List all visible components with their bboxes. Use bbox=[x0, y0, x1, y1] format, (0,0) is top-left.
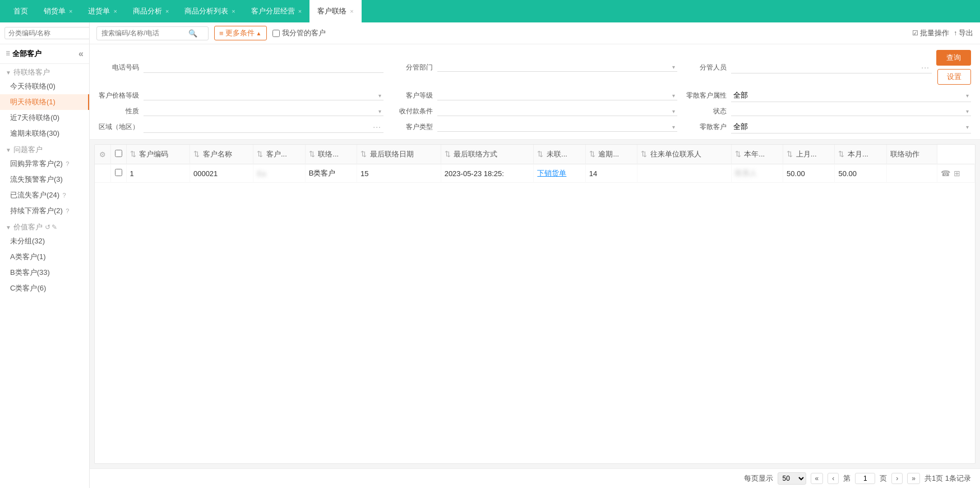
row-overdue bbox=[637, 164, 732, 183]
sort-icon[interactable]: ⇅ bbox=[787, 150, 793, 158]
close-icon[interactable]: × bbox=[298, 8, 302, 15]
search-input[interactable] bbox=[101, 29, 188, 37]
my-customers-checkbox[interactable]: 我分管的客户 bbox=[272, 28, 326, 38]
sidebar-item-tomorrow-pending[interactable]: 明天待联络(1) bbox=[0, 94, 89, 110]
sidebar-item-churn-warning[interactable]: 流失预警客户(3) bbox=[0, 172, 89, 187]
row-select-checkbox[interactable] bbox=[115, 169, 122, 176]
filter-retail-label: 零散客户 bbox=[686, 122, 727, 132]
row-checkbox[interactable] bbox=[110, 164, 126, 183]
nav-product-analysis[interactable]: 商品分析 × bbox=[125, 0, 177, 22]
table-row: 1 000021 Ea B类客户 15 2023-05-23 18:25: 下销… bbox=[95, 164, 975, 183]
sidebar-item-overdue-pending[interactable]: 逾期未联络(30) bbox=[0, 126, 89, 141]
sidebar-item-declining[interactable]: 持续下滑客户(2) ? bbox=[0, 203, 89, 219]
filter-region-label: 区域（地区） bbox=[99, 122, 139, 132]
filter-customer-type-label: 客户类型 bbox=[392, 122, 433, 132]
filter-region-row: 区域（地区） ··· bbox=[99, 121, 383, 133]
last-page-btn[interactable]: » bbox=[907, 473, 920, 484]
sidebar-item-class-b[interactable]: B类客户(33) bbox=[0, 265, 89, 280]
qr-icon[interactable]: ⊞ bbox=[954, 169, 960, 178]
filter-retail-attr-label: 零散客户属性 bbox=[686, 91, 727, 100]
chevron-down-icon: ▾ bbox=[378, 108, 381, 114]
top-nav: 首页 销货单 × 进货单 × 商品分析 × 商品分析列表 × 客户分层经营 × … bbox=[0, 0, 980, 22]
sidebar-section-problem[interactable]: ▼ 问题客户 bbox=[0, 141, 89, 156]
filter-status-row: 状态 ▾ bbox=[686, 107, 971, 116]
filter-retail-attr-select[interactable]: 全部 ▾ bbox=[731, 89, 971, 102]
page-number-input[interactable] bbox=[855, 473, 875, 484]
sidebar-item-churned[interactable]: 已流失客户(24) ? bbox=[0, 187, 89, 203]
nav-home[interactable]: 首页 bbox=[6, 0, 36, 22]
first-page-btn[interactable]: « bbox=[811, 473, 824, 484]
close-icon[interactable]: × bbox=[69, 8, 72, 15]
row-last-method: 下销货单 bbox=[534, 164, 585, 183]
sort-icon[interactable]: ⇅ bbox=[641, 150, 647, 158]
nav-product-analysis-list[interactable]: 商品分析列表 × bbox=[177, 0, 243, 22]
my-customers-check[interactable] bbox=[272, 30, 280, 37]
filter-region-select[interactable]: ··· bbox=[144, 121, 383, 133]
filter-customer-level-select[interactable]: ▾ bbox=[437, 91, 677, 100]
filter-nature-select[interactable]: ▾ bbox=[144, 107, 383, 116]
sidebar-item-today-pending[interactable]: 今天待联络(0) bbox=[0, 79, 89, 94]
sidebar-item-repurchase-abnormal[interactable]: 回购异常客户(2) ? bbox=[0, 156, 89, 172]
close-icon[interactable]: × bbox=[350, 8, 353, 15]
filter-retail-select[interactable]: 全部 ▾ bbox=[731, 121, 971, 133]
filter-dept-select[interactable]: ▾ bbox=[437, 63, 677, 72]
table-checkbox-all[interactable] bbox=[110, 145, 126, 164]
filter-customer-level-row: 客户等级 ▾ bbox=[392, 89, 677, 102]
sort-icon[interactable]: ⇅ bbox=[445, 150, 451, 158]
prev-page-btn[interactable]: ‹ bbox=[828, 473, 839, 484]
page-label: 第 bbox=[843, 473, 850, 484]
sidebar-item-ungrouped[interactable]: 未分组(32) bbox=[0, 233, 89, 249]
sort-icon[interactable]: ⇅ bbox=[838, 150, 844, 158]
sort-icon[interactable]: ⇅ bbox=[360, 150, 367, 158]
export-btn[interactable]: ↑ 导出 bbox=[954, 28, 973, 38]
sidebar-item-class-c[interactable]: C类客户(6) bbox=[0, 280, 89, 296]
bulk-action-btn[interactable]: ☑ 批量操作 bbox=[912, 28, 949, 38]
collapse-icon[interactable]: « bbox=[78, 49, 84, 59]
col-header-contact-count: ⇅ 联络... bbox=[305, 145, 357, 164]
filter-right-btns: ☑ 批量操作 ↑ 导出 bbox=[912, 28, 973, 38]
next-page-btn[interactable]: › bbox=[891, 473, 903, 484]
sidebar-all-customers[interactable]: ⠿ 全部客户 « bbox=[0, 44, 89, 64]
sidebar-item-class-a[interactable]: A类客户(1) bbox=[0, 249, 89, 265]
filter-phone-input[interactable] bbox=[144, 62, 383, 73]
filter-customer-type-select[interactable]: ▾ bbox=[437, 123, 677, 132]
col-header-last-contact-date: ⇅ 最后联络日期 bbox=[357, 145, 441, 164]
nav-customer-segment[interactable]: 客户分层经营 × bbox=[243, 0, 309, 22]
filter-person-select[interactable]: ··· bbox=[731, 62, 932, 73]
sort-icon[interactable]: ⇅ bbox=[309, 150, 315, 158]
select-all-checkbox[interactable] bbox=[115, 150, 122, 157]
nav-purchase-order[interactable]: 进货单 × bbox=[80, 0, 124, 22]
sidebar-item-7days-pending[interactable]: 近7天待联络(0) bbox=[0, 110, 89, 126]
arrow-down-icon: ▼ bbox=[6, 224, 11, 231]
sort-icon[interactable]: ⇅ bbox=[193, 150, 200, 158]
setting-btn[interactable]: 设置 bbox=[937, 69, 971, 85]
close-icon[interactable]: × bbox=[165, 8, 169, 15]
chevron-down-icon: ▾ bbox=[966, 124, 969, 130]
filter-dept-label: 分管部门 bbox=[392, 63, 433, 72]
phone-icon[interactable]: ☎ bbox=[941, 169, 950, 178]
search-icon[interactable]: 🔍 bbox=[188, 29, 197, 38]
sidebar-section-value[interactable]: ▼ 价值客户 ↺ ✎ bbox=[0, 219, 89, 233]
sidebar-section-pending[interactable]: ▼ 待联络客户 bbox=[0, 64, 89, 79]
close-icon[interactable]: × bbox=[113, 8, 117, 15]
table-header-row: ⚙ ⇅ 客户编码 ⇅ 客户名称 ⇅ 客户... bbox=[95, 145, 975, 164]
table-settings-icon[interactable]: ⚙ bbox=[95, 145, 110, 164]
sidebar-search-input[interactable] bbox=[4, 27, 90, 39]
row-this-month bbox=[886, 164, 937, 183]
more-conditions-btn[interactable]: ≡ 更多条件 ▲ bbox=[214, 26, 267, 40]
filter-status-select[interactable]: ▾ bbox=[731, 107, 971, 116]
sort-icon[interactable]: ⇅ bbox=[537, 150, 543, 158]
per-page-select[interactable]: 50 100 200 bbox=[778, 472, 806, 485]
close-icon[interactable]: × bbox=[232, 8, 235, 15]
arrow-down-icon: ▼ bbox=[6, 70, 11, 76]
nav-sales-order[interactable]: 销货单 × bbox=[36, 0, 80, 22]
sort-icon[interactable]: ⇅ bbox=[589, 150, 595, 158]
query-btn[interactable]: 查询 bbox=[936, 50, 971, 66]
sort-icon[interactable]: ⇅ bbox=[735, 150, 741, 158]
filter-payment-select[interactable]: ▾ bbox=[437, 107, 677, 116]
filter-price-level-select[interactable]: ▾ bbox=[144, 91, 383, 100]
nav-customer-contact[interactable]: 客户联络 × bbox=[309, 0, 361, 22]
filter-icon: ≡ bbox=[219, 29, 224, 38]
sort-icon[interactable]: ⇅ bbox=[257, 150, 263, 158]
sort-icon[interactable]: ⇅ bbox=[130, 150, 136, 158]
